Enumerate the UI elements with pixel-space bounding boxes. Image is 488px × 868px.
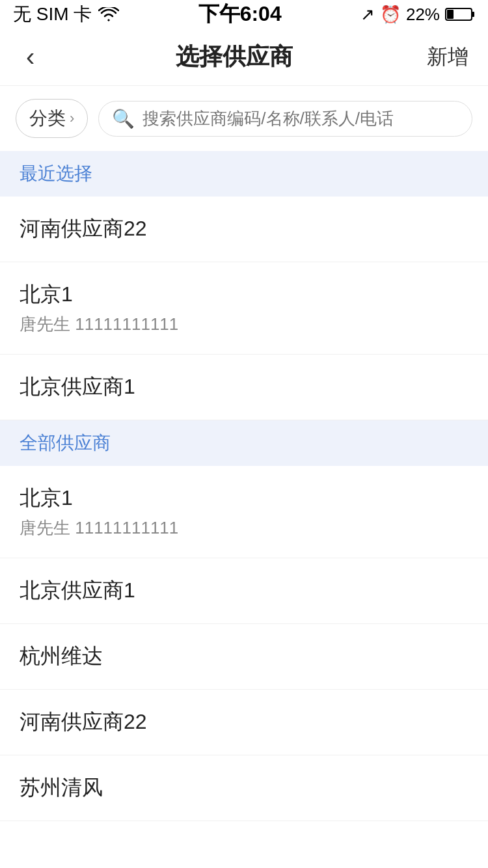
item-name: 苏州清风 bbox=[20, 774, 468, 802]
recent-items-list: 河南供应商22 北京1 唐先生 11111111111 北京供应商1 bbox=[0, 197, 488, 420]
alarm-icon: ⏰ bbox=[380, 5, 401, 25]
nav-bar: ‹ 选择供应商 新增 bbox=[0, 29, 488, 86]
item-name: 杭州维达 bbox=[20, 642, 468, 671]
list-item[interactable]: 北京1 唐先生 11111111111 bbox=[0, 262, 488, 355]
all-section-label: 全部供应商 bbox=[20, 433, 111, 453]
item-name: 北京1 bbox=[20, 484, 468, 513]
all-section-header: 全部供应商 bbox=[0, 420, 488, 466]
item-sub: 唐先生 11111111111 bbox=[20, 313, 468, 336]
add-button[interactable]: 新增 bbox=[427, 43, 468, 72]
list-item[interactable]: 苏州清风 bbox=[0, 755, 488, 821]
item-name: 北京供应商1 bbox=[20, 373, 468, 401]
back-button[interactable]: ‹ bbox=[20, 36, 41, 78]
list-item[interactable]: 北京1 唐先生 11111111111 bbox=[0, 466, 488, 558]
chevron-right-icon: › bbox=[70, 110, 74, 127]
item-name: 河南供应商22 bbox=[20, 215, 468, 243]
list-item[interactable]: 北京供应商1 bbox=[0, 355, 488, 420]
search-area: 分类 › 🔍 bbox=[0, 86, 488, 151]
list-item[interactable]: 河南供应商22 bbox=[0, 690, 488, 755]
search-input[interactable] bbox=[142, 109, 459, 129]
recent-section-header: 最近选择 bbox=[0, 151, 488, 197]
all-items-list: 北京1 唐先生 11111111111 北京供应商1 杭州维达 河南供应商22 … bbox=[0, 466, 488, 821]
search-icon: 🔍 bbox=[112, 108, 135, 129]
battery-icon bbox=[445, 7, 475, 22]
wifi-icon bbox=[98, 7, 119, 21]
list-item[interactable]: 杭州维达 bbox=[0, 624, 488, 690]
status-bar: 无 SIM 卡 下午6:04 ↗ ⏰ 22% bbox=[0, 0, 488, 29]
list-item[interactable]: 河南供应商22 bbox=[0, 197, 488, 262]
category-button[interactable]: 分类 › bbox=[16, 99, 88, 138]
item-name: 河南供应商22 bbox=[20, 708, 468, 737]
item-sub: 唐先生 11111111111 bbox=[20, 517, 468, 539]
battery-label: 22% bbox=[406, 5, 440, 25]
status-right: ↗ ⏰ 22% bbox=[360, 5, 475, 25]
page-title: 选择供应商 bbox=[176, 41, 293, 73]
location-icon: ↗ bbox=[360, 5, 375, 25]
svg-rect-2 bbox=[447, 10, 454, 19]
svg-rect-1 bbox=[472, 12, 474, 17]
status-left: 无 SIM 卡 bbox=[13, 2, 119, 27]
item-name: 北京1 bbox=[20, 280, 468, 309]
status-time: 下午6:04 bbox=[198, 0, 282, 29]
search-input-wrap: 🔍 bbox=[98, 101, 472, 137]
category-label: 分类 bbox=[29, 106, 66, 131]
recent-section-label: 最近选择 bbox=[20, 163, 92, 183]
no-sim-label: 无 SIM 卡 bbox=[13, 2, 92, 27]
list-item[interactable]: 北京供应商1 bbox=[0, 558, 488, 624]
item-name: 北京供应商1 bbox=[20, 576, 468, 605]
